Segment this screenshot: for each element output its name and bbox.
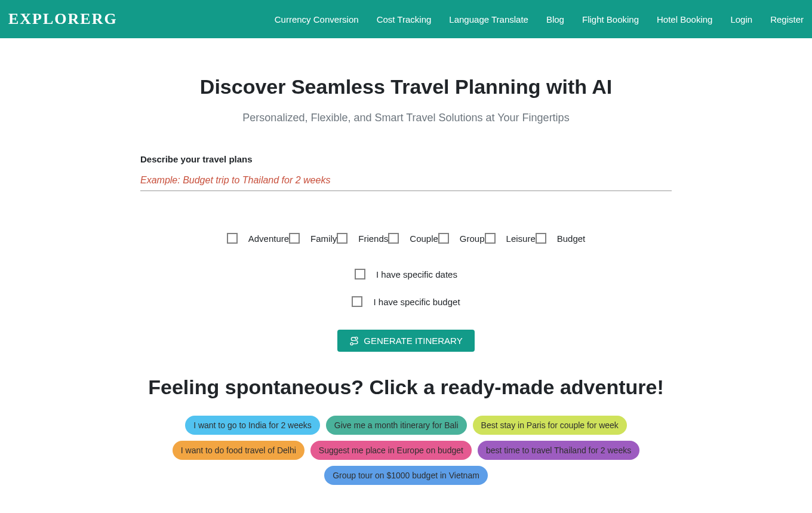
logo[interactable]: EXPLORERG (8, 10, 118, 28)
nav-hotel-booking[interactable]: Hotel Booking (657, 14, 712, 24)
checkbox-specific-dates[interactable] (355, 269, 365, 279)
checkbox-group-wrap: Group (438, 233, 485, 244)
checkbox-leisure-wrap: Leisure (485, 233, 536, 244)
page-subtitle: Personalized, Flexible, and Smart Travel… (140, 112, 672, 124)
nav-login[interactable]: Login (730, 14, 752, 24)
header: EXPLORERG Currency Conversion Cost Track… (0, 0, 812, 38)
checkbox-couple-label: Couple (410, 234, 438, 244)
checkbox-budget-label: Budget (557, 234, 586, 244)
checkbox-family-label: Family (310, 234, 337, 244)
travel-plan-input[interactable] (140, 170, 672, 191)
dates-checkbox-row: I have specific dates (140, 269, 672, 279)
nav-blog[interactable]: Blog (546, 14, 564, 24)
checkbox-couple-wrap: Couple (388, 233, 438, 244)
pill-thailand[interactable]: best time to travel Thailand for 2 weeks (478, 441, 639, 460)
page-title: Discover Seamless Travel Planning with A… (140, 75, 672, 99)
generate-button-label: GENERATE ITINERARY (364, 336, 462, 346)
nav-flight-booking[interactable]: Flight Booking (582, 14, 639, 24)
suggestion-pills: I want to go to India for 2 weeks Give m… (140, 416, 672, 485)
generate-itinerary-button[interactable]: GENERATE ITINERARY (337, 330, 474, 352)
nav-currency-conversion[interactable]: Currency Conversion (275, 14, 359, 24)
checkbox-group-label: Group (460, 234, 485, 244)
pill-vietnam[interactable]: Group tour on $1000 budget in Vietnam (324, 466, 488, 485)
checkbox-adventure[interactable] (227, 233, 238, 244)
budget-checkbox-row: I have specific budget (140, 296, 672, 307)
spontaneous-title: Feeling spontaneous? Click a ready-made … (140, 376, 672, 399)
svg-point-1 (355, 337, 358, 339)
main-nav: Currency Conversion Cost Tracking Langua… (275, 14, 804, 24)
travel-form: Describe your travel plans (140, 154, 672, 191)
checkbox-adventure-label: Adventure (248, 234, 289, 244)
category-checkboxes: Adventure Family Friends Couple Group Le… (140, 233, 672, 244)
nav-cost-tracking[interactable]: Cost Tracking (377, 14, 432, 24)
checkbox-group[interactable] (438, 233, 449, 244)
checkbox-specific-dates-label: I have specific dates (376, 269, 457, 279)
checkbox-family[interactable] (289, 233, 300, 244)
checkbox-family-wrap: Family (289, 233, 337, 244)
checkbox-leisure-label: Leisure (506, 234, 536, 244)
checkbox-friends-wrap: Friends (337, 233, 388, 244)
pill-delhi[interactable]: I want to do food travel of Delhi (173, 441, 304, 460)
pill-europe[interactable]: Suggest me place in Europe on budget (310, 441, 472, 460)
nav-register[interactable]: Register (770, 14, 804, 24)
pill-paris[interactable]: Best stay in Paris for couple for week (473, 416, 627, 435)
checkbox-leisure[interactable] (485, 233, 496, 244)
checkbox-budget-wrap: Budget (536, 233, 586, 244)
checkbox-specific-budget-label: I have specific budget (373, 297, 460, 307)
main-container: Discover Seamless Travel Planning with A… (128, 75, 684, 485)
checkbox-budget[interactable] (536, 233, 546, 244)
nav-language-translate[interactable]: Language Translate (449, 14, 528, 24)
route-icon (349, 336, 359, 346)
pill-bali[interactable]: Give me a month itinerary for Bali (326, 416, 467, 435)
checkbox-couple[interactable] (388, 233, 399, 244)
checkbox-friends[interactable] (337, 233, 347, 244)
checkbox-adventure-wrap: Adventure (227, 233, 289, 244)
checkbox-friends-label: Friends (358, 234, 388, 244)
pill-india[interactable]: I want to go to India for 2 weeks (185, 416, 320, 435)
checkbox-specific-budget[interactable] (352, 296, 362, 307)
svg-point-0 (350, 342, 353, 345)
travel-plan-label: Describe your travel plans (140, 154, 672, 164)
